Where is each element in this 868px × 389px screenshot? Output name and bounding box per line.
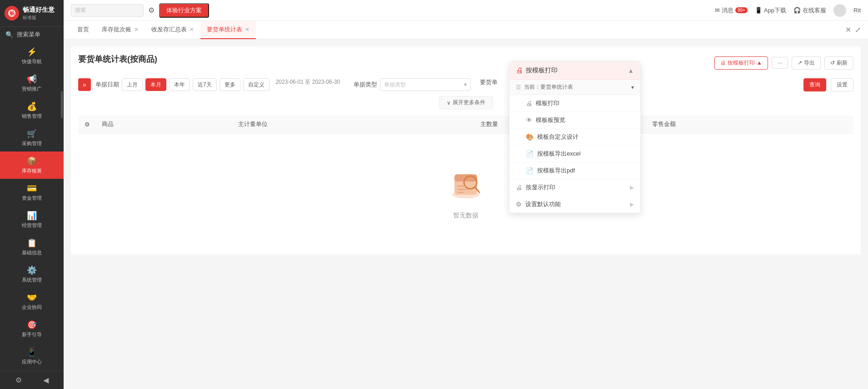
date-more-btn[interactable]: 更多 (219, 78, 240, 91)
type-select[interactable]: 单据类型 ▾ (380, 78, 471, 91)
sidebar-item-purchase[interactable]: 🛒 采购管理 (0, 124, 64, 152)
topbar: 搜索 ⚙ 体验行业方案 ✉ 消息 99+ 📱 App下载 🎧 在线客服 Rit (64, 0, 868, 21)
dropdown-section-set-default[interactable]: ⚙ 设置默认功能 ▶ (509, 196, 640, 213)
sidebar-label-sales: 销售管理 (22, 113, 42, 120)
topbar-right: ✉ 消息 99+ 📱 App下载 🎧 在线客服 Rit (715, 4, 861, 17)
app-download-btn[interactable]: 📱 App下载 (755, 6, 786, 15)
expand-window-btn[interactable]: ⤢ (855, 25, 861, 34)
trial-btn[interactable]: 体验行业方案 (159, 3, 209, 18)
template-print-label: 模板打印 (536, 99, 559, 107)
newguide-icon: 🎯 (27, 320, 37, 330)
sidebar-item-newguide[interactable]: 🎯 新手引导 (0, 315, 64, 343)
sidebar-item-base[interactable]: 📋 基础信息 (0, 233, 64, 261)
sidebar-item-inventory[interactable]: 📦 库存核算 (0, 152, 64, 179)
topbar-search-box[interactable]: 搜索 (71, 4, 144, 17)
tab-requisition-close[interactable]: ✕ (245, 26, 249, 33)
settings-footer-btn[interactable]: ⚙ (15, 376, 22, 384)
online-service-btn[interactable]: 🎧 在线客服 (793, 6, 826, 15)
sidebar-item-operations[interactable]: 📊 经营管理 (0, 206, 64, 233)
date-this-year-btn[interactable]: 本年 (169, 78, 190, 91)
date-range-display: 2023-06-01 至 2023-06-30 (276, 78, 340, 86)
sidebar-item-marketing[interactable]: 📢 营销推广 (0, 70, 64, 97)
dropdown-item-template-print[interactable]: 🖨 模板打印 (509, 95, 640, 112)
print-dropdown-popup: 🖨 按模板打印 ▲ ☰ 当前：要货单统计表 ▾ 🖨 模板打印 👁 模板板预览 🎨… (509, 61, 641, 213)
expand-more-label: 展开更多条件 (453, 99, 485, 106)
tab-requisition[interactable]: 要货单统计表 ✕ (200, 21, 256, 39)
sidebar-item-finance[interactable]: 💳 资金管理 (0, 179, 64, 206)
query-btn[interactable]: 查询 (803, 78, 826, 91)
export-btn[interactable]: ↗ 导出 (792, 56, 821, 70)
export-label: 导出 (804, 59, 815, 67)
refresh-btn[interactable]: ↺ 刷新 (824, 56, 853, 70)
sidebar-item-quicknav[interactable]: ⚡ 快捷导航 (0, 42, 64, 70)
message-btn[interactable]: ✉ 消息 99+ (715, 6, 748, 15)
app-download-label: App下载 (764, 6, 786, 15)
date-last-7days-btn[interactable]: 近7天 (193, 78, 217, 91)
template-pdf-icon: 📄 (526, 167, 534, 174)
dropdown-item-template-excel[interactable]: 📄 按模板导出excel (509, 146, 640, 162)
dropdown-item-template-preview[interactable]: 👁 模板板预览 (509, 112, 640, 129)
query-label: 查询 (809, 81, 820, 89)
tab-home-label: 首页 (77, 25, 89, 34)
operations-icon: 📊 (27, 211, 37, 221)
more-btn[interactable]: ··· (772, 57, 788, 69)
tab-batch[interactable]: 库存批次账 ✕ (95, 21, 145, 39)
settings-gear-icon[interactable]: ⚙ (148, 6, 155, 15)
sidebar-label-inventory: 库存核算 (22, 167, 42, 174)
template-custom-icon: 🎨 (526, 133, 534, 141)
expand-more-icon: ∨ (447, 100, 451, 106)
category-filter-group: 要货单 (480, 78, 498, 86)
empty-icon (443, 161, 489, 206)
online-service-icon: 🎧 (793, 7, 801, 14)
settings-btn[interactable]: 设置 (831, 78, 853, 91)
template-excel-icon: 📄 (526, 150, 534, 157)
col-setting[interactable]: ⚙ (78, 116, 96, 133)
expand-icon: » (83, 81, 86, 88)
empty-text: 暂无数据 (453, 212, 479, 220)
sidebar-search-btn[interactable]: 🔍 搜索菜单 (0, 27, 64, 42)
version-label: 标准版 (23, 15, 55, 21)
user-avatar[interactable] (833, 4, 846, 17)
collapse-sidebar-btn[interactable]: ◀ (43, 376, 49, 384)
dropdown-close-arrow[interactable]: ▲ (628, 67, 634, 74)
type-filter-label: 单据类型 (354, 81, 377, 89)
sidebar-logo: 畅 畅通好生意 标准版 (0, 0, 64, 27)
print-template-label: 按模板打印 (728, 59, 755, 67)
more-label: ··· (778, 60, 782, 66)
print-arrow-icon: ▲ (757, 60, 762, 66)
print-template-btn[interactable]: 🖨 按模板打印 ▲ (714, 56, 768, 70)
sidebar-item-appcenter[interactable]: 📱 应用中心 (0, 343, 64, 370)
date-last-month-btn[interactable]: 上月 (122, 78, 143, 91)
date-this-month-btn[interactable]: 本月 (145, 78, 166, 91)
current-template-arrow: ▾ (631, 84, 634, 91)
sidebar-footer: ⚙ ◀ (0, 371, 64, 389)
tab-home[interactable]: 首页 (71, 21, 95, 39)
sidebar-item-sales[interactable]: 💰 销售管理 (0, 97, 64, 124)
dropdown-current-template[interactable]: ☰ 当前：要货单统计表 ▾ (509, 80, 640, 95)
sidebar-scroll-thumb (61, 91, 63, 118)
tab-collection-close[interactable]: ✕ (190, 26, 194, 33)
dropdown-item-template-pdf[interactable]: 📄 按模板导出pdf (509, 162, 640, 179)
template-preview-icon: 👁 (526, 116, 532, 124)
user-name[interactable]: Rit (853, 7, 861, 14)
refresh-icon: ↺ (830, 60, 835, 66)
filter-expand-btn[interactable]: » (78, 78, 91, 91)
tab-collection[interactable]: 收发存汇总表 ✕ (145, 21, 200, 39)
expand-more-btn[interactable]: ∨ 展开更多条件 (439, 96, 493, 109)
type-select-placeholder: 单据类型 (384, 81, 406, 89)
date-custom-btn[interactable]: 自定义 (243, 78, 269, 91)
sidebar-item-system[interactable]: ⚙️ 系统管理 (0, 261, 64, 288)
message-label: 消息 (722, 6, 733, 15)
dropdown-section-display-print[interactable]: 🖨 按显示打印 ▶ (509, 179, 640, 196)
data-table: ⚙ 商品 主计量单位 主数量 零售金额 (78, 116, 853, 133)
close-window-btn[interactable]: ✕ (845, 25, 851, 34)
sidebar-scrollbar[interactable] (60, 91, 64, 362)
tab-batch-close[interactable]: ✕ (134, 26, 139, 33)
dropdown-item-template-custom[interactable]: 🎨 模板自定义设计 (509, 129, 640, 146)
sidebar-item-cooperation[interactable]: 🤝 企业协同 (0, 288, 64, 315)
message-badge: 99+ (735, 7, 748, 13)
col-unit: 主计量单位 (233, 116, 475, 133)
sidebar-label-system: 系统管理 (22, 277, 42, 283)
date-filter-label: 单据日期 (95, 81, 119, 89)
set-default-arrow: ▶ (630, 201, 634, 207)
